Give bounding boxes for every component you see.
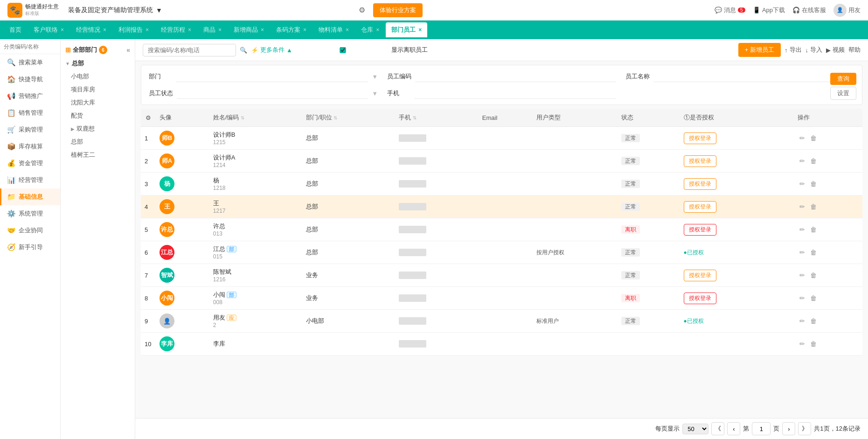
nav-tab-close-icon[interactable]: ×	[303, 27, 306, 33]
more-button[interactable]: 帮助	[848, 46, 861, 54]
nav-tab-仓库[interactable]: 仓库×	[355, 22, 385, 37]
edit-button[interactable]: ✏	[798, 293, 807, 303]
view-button[interactable]: ▶ 视频	[826, 46, 845, 54]
auth-login-button[interactable]: 授权登录	[684, 201, 716, 213]
nav-tab-close-icon[interactable]: ×	[146, 27, 149, 33]
auth-login-button[interactable]: 授权登录	[684, 155, 716, 167]
page-size-select[interactable]: 50 20 100	[682, 424, 708, 434]
import-button[interactable]: ↓ 导入	[806, 46, 823, 54]
collapse-button[interactable]: «	[126, 46, 130, 54]
nav-tab-经营历程[interactable]: 经营历程×	[155, 22, 197, 37]
sidebar-item-system[interactable]: ⚙️系统管理	[0, 205, 60, 222]
online-service-button[interactable]: 🎧 在线客服	[792, 6, 826, 14]
nav-tab-close-icon[interactable]: ×	[346, 27, 349, 33]
auth-login-button[interactable]: 授权登录	[684, 224, 716, 236]
emp-name-input[interactable]	[653, 71, 854, 82]
nav-tab-部门员工[interactable]: 部门员工×	[386, 22, 427, 37]
sidebar-item-search[interactable]: 🔍搜索菜单	[0, 54, 60, 71]
edit-button[interactable]: ✏	[798, 225, 807, 234]
delete-button[interactable]: 🗑	[808, 156, 819, 166]
nav-tab-商品[interactable]: 商品×	[198, 22, 227, 37]
delete-button[interactable]: 🗑	[808, 133, 819, 143]
auth-login-button[interactable]: 授权登录	[684, 270, 716, 281]
edit-button[interactable]: ✏	[798, 202, 807, 211]
auth-login-button[interactable]: 授权登录	[684, 293, 716, 304]
reset-button[interactable]: 设置	[830, 87, 856, 100]
col-dept-position[interactable]: 部门/职位 ⇅	[302, 109, 395, 127]
nav-tab-新增商品[interactable]: 新增商品×	[228, 22, 270, 37]
dept-node-总部[interactable]: 总部	[61, 135, 135, 148]
first-page-button[interactable]: 《	[711, 422, 724, 435]
search-button[interactable]: 🔍	[240, 47, 247, 54]
nav-tab-close-icon[interactable]: ×	[418, 27, 422, 33]
sidebar-item-collab[interactable]: 🤝企业协同	[0, 222, 60, 239]
dept-select[interactable]	[176, 71, 368, 82]
delete-button[interactable]: 🗑	[808, 225, 819, 234]
add-employee-button[interactable]: + 新增员工	[738, 43, 781, 57]
delete-button[interactable]: 🗑	[808, 248, 819, 257]
delete-button[interactable]: 🗑	[808, 202, 819, 211]
dept-node-植树王二[interactable]: 植树王二	[61, 148, 135, 161]
col-phone[interactable]: 手机 ⇅	[395, 109, 479, 127]
delete-button[interactable]: 🗑	[808, 316, 819, 326]
auth-login-button[interactable]: 授权登录	[684, 132, 716, 144]
emp-status-select[interactable]	[177, 88, 368, 99]
nav-tab-close-icon[interactable]: ×	[103, 27, 106, 33]
export-button[interactable]: ↑ 导出	[785, 46, 802, 54]
edit-button[interactable]: ✏	[798, 133, 807, 143]
nav-tab-首页[interactable]: 首页	[4, 22, 27, 37]
auth-login-button[interactable]: 授权登录	[684, 178, 716, 190]
edit-button[interactable]: ✏	[798, 316, 807, 326]
sidebar-item-guide[interactable]: 🧭新手引导	[0, 239, 60, 256]
trial-button[interactable]: 体验行业方案	[373, 3, 423, 17]
sidebar-item-shortcut[interactable]: 🏠快捷导航	[0, 71, 60, 88]
nav-tab-close-icon[interactable]: ×	[376, 27, 379, 33]
nav-tab-close-icon[interactable]: ×	[188, 27, 191, 33]
delete-button[interactable]: 🗑	[808, 179, 819, 188]
col-name-code[interactable]: 姓名/编码 ⇅	[209, 109, 302, 127]
app-download-button[interactable]: 📱 App下载	[753, 6, 785, 14]
next-page-button[interactable]: ›	[782, 422, 795, 435]
dept-node-双鹿想[interactable]: ▶ 双鹿想	[61, 122, 135, 135]
settings-button[interactable]: ⚙	[355, 4, 368, 17]
nav-tab-close-icon[interactable]: ×	[261, 27, 264, 33]
delete-button[interactable]: 🗑	[808, 293, 819, 303]
edit-button[interactable]: ✏	[798, 271, 807, 280]
edit-button[interactable]: ✏	[798, 179, 807, 188]
edit-button[interactable]: ✏	[798, 156, 807, 166]
nav-tab-close-icon[interactable]: ×	[218, 27, 222, 33]
sidebar-search-input[interactable]	[4, 43, 61, 50]
query-button[interactable]: 查询	[830, 73, 856, 85]
edit-button[interactable]: ✏	[798, 248, 807, 257]
nav-tab-close-icon[interactable]: ×	[61, 27, 64, 33]
sidebar-item-purchase[interactable]: 🛒采购管理	[0, 121, 60, 138]
dept-node-沈阳大库[interactable]: 沈阳大库	[61, 96, 135, 109]
nav-tab-经营情况[interactable]: 经营情况×	[70, 22, 112, 37]
nav-tab-利润报告[interactable]: 利润报告×	[113, 22, 154, 37]
more-conditions-button[interactable]: ⚡ 更多条件 ▲	[251, 46, 292, 54]
page-number-input[interactable]	[752, 422, 771, 435]
nav-tab-条码方案[interactable]: 条码方案×	[271, 22, 312, 37]
nav-tab-客户联络[interactable]: 客户联络×	[28, 22, 69, 37]
dept-node-总部[interactable]: ▼ 总部	[61, 57, 135, 70]
sidebar-item-finance[interactable]: 💰资金管理	[0, 155, 60, 172]
nav-tab-物料清单[interactable]: 物料清单×	[313, 22, 354, 37]
edit-button[interactable]: ✏	[798, 339, 807, 348]
message-button[interactable]: 💬 消息 5	[715, 6, 745, 14]
last-page-button[interactable]: 》	[798, 422, 811, 435]
delete-button[interactable]: 🗑	[808, 271, 819, 280]
sidebar-item-marketing[interactable]: 📢营销推广	[0, 88, 60, 105]
dept-node-小电部[interactable]: 小电部	[61, 70, 135, 83]
user-menu[interactable]: 👤 用友	[833, 4, 861, 17]
sidebar-item-inventory[interactable]: 📦库存核算	[0, 138, 60, 155]
sidebar-item-operations[interactable]: 📊经营管理	[0, 172, 60, 188]
dept-node-项目库房[interactable]: 项目库房	[61, 83, 135, 96]
sidebar-item-sales[interactable]: 📋销售管理	[0, 105, 60, 121]
show-resigned-checkbox-label[interactable]: 显示离职员工	[296, 46, 428, 54]
dept-node-配货[interactable]: 配货	[61, 109, 135, 122]
sidebar-item-basic[interactable]: 📁基础信息	[0, 188, 60, 205]
col-settings[interactable]: ⚙	[141, 109, 156, 127]
delete-button[interactable]: 🗑	[808, 339, 819, 348]
emp-code-input[interactable]	[415, 71, 616, 82]
search-input[interactable]	[143, 44, 236, 56]
